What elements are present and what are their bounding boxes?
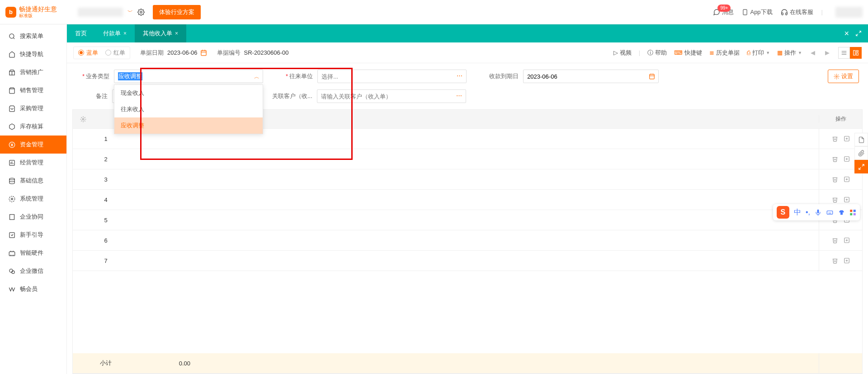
ime-lang[interactable]: 中 xyxy=(794,208,801,217)
sidebar-item-home[interactable]: 快捷导航 xyxy=(0,45,66,63)
vip-icon xyxy=(8,286,15,293)
phone-icon xyxy=(742,9,748,16)
ime-toolbox-icon[interactable] xyxy=(849,209,856,216)
svg-rect-71 xyxy=(854,213,856,215)
sidebar-item-money[interactable]: 资金管理 xyxy=(0,136,66,154)
messages-link[interactable]: 99+ 消息 xyxy=(713,8,734,16)
biz-type-dropdown: 现金收入 往来收入 应收调整 xyxy=(114,84,263,134)
rail-note-icon[interactable] xyxy=(854,133,868,146)
doc-no-label: 单据编号 xyxy=(217,49,241,57)
dropdown-option[interactable]: 应收调整 xyxy=(114,117,263,134)
online-service-link[interactable]: 在线客服 xyxy=(781,8,813,16)
sidebar-item-report[interactable]: 经营管理 xyxy=(0,154,66,172)
tab-2[interactable]: 其他收入单× xyxy=(135,24,186,42)
add-icon[interactable] xyxy=(844,196,850,203)
add-icon[interactable] xyxy=(844,136,850,142)
assoc-customer-input[interactable]: ⋯ xyxy=(317,89,466,103)
rail-attach-icon[interactable] xyxy=(854,146,868,160)
sidebar-item-label: 快捷导航 xyxy=(20,50,43,58)
view-list-button[interactable] xyxy=(838,47,850,59)
radio-blue[interactable]: 蓝单 xyxy=(78,49,98,57)
sidebar-item-box[interactable]: 库存核算 xyxy=(0,117,66,136)
sidebar-item-guide[interactable]: 新手引导 xyxy=(0,226,66,244)
expand-icon[interactable] xyxy=(855,30,862,37)
view-form-button[interactable] xyxy=(850,47,862,59)
due-date-field[interactable] xyxy=(523,70,659,83)
history-link[interactable]: ≣历史单据 xyxy=(709,49,740,57)
trial-button[interactable]: 体验行业方案 xyxy=(153,5,201,19)
svg-rect-1 xyxy=(743,9,747,15)
sidebar-item-search[interactable]: 搜索菜单 xyxy=(0,27,66,45)
close-icon[interactable]: × xyxy=(123,30,127,37)
shortcut-link[interactable]: ⌨快捷键 xyxy=(674,49,702,57)
chevron-down-icon: ▼ xyxy=(766,51,770,55)
delete-icon[interactable] xyxy=(832,196,838,203)
table-row[interactable]: 2 xyxy=(73,149,862,169)
sidebar-item-vip[interactable]: 畅会员 xyxy=(0,280,66,298)
close-icon[interactable]: × xyxy=(175,30,178,37)
ime-toolbar[interactable]: S 中 •, xyxy=(773,204,860,220)
ime-skin-icon[interactable] xyxy=(838,209,845,216)
more-icon[interactable]: ⋯ xyxy=(457,72,463,79)
sidebar-item-db[interactable]: 基础信息 xyxy=(0,172,66,190)
ime-mic-icon[interactable] xyxy=(815,209,821,216)
add-icon[interactable] xyxy=(844,156,850,162)
assoc-customer-field[interactable] xyxy=(317,89,466,103)
video-link[interactable]: ▷视频 xyxy=(613,49,632,57)
sidebar-item-gift[interactable]: 营销推广 xyxy=(0,63,66,81)
ime-keyboard-icon[interactable] xyxy=(826,209,834,216)
tab-label: 付款单 xyxy=(103,29,121,37)
delete-icon[interactable] xyxy=(832,156,838,162)
dropdown-option[interactable]: 现金收入 xyxy=(114,85,263,101)
print-link[interactable]: ⎙打印▼ xyxy=(747,49,770,57)
sidebar-item-wx[interactable]: 企业微信 xyxy=(0,262,66,280)
calendar-icon[interactable] xyxy=(200,49,207,56)
sidebar-item-label: 采购管理 xyxy=(20,104,43,112)
add-icon[interactable] xyxy=(844,257,850,264)
table-row[interactable]: 4 xyxy=(73,190,862,210)
rail-expand-icon[interactable] xyxy=(854,160,868,173)
delete-icon[interactable] xyxy=(832,237,838,243)
dropdown-option[interactable]: 往来收入 xyxy=(114,101,263,117)
svg-line-4 xyxy=(13,37,14,39)
delete-icon[interactable] xyxy=(832,176,838,182)
radio-red[interactable]: 红单 xyxy=(105,49,125,57)
gear-icon[interactable] xyxy=(137,9,145,16)
partner-field[interactable] xyxy=(317,70,467,83)
org-selector[interactable]: ﹀ 体验行业方案 xyxy=(78,5,201,19)
more-icon[interactable]: ⋯ xyxy=(456,92,462,99)
add-icon[interactable] xyxy=(844,237,850,243)
wx-icon xyxy=(8,268,15,275)
delete-icon[interactable] xyxy=(832,257,838,264)
partner-input[interactable]: ⋯ xyxy=(317,70,467,83)
settings-button[interactable]: 设置 xyxy=(828,70,859,83)
help-link[interactable]: ⓘ帮助 xyxy=(647,49,667,57)
next-doc-icon[interactable]: ▶ xyxy=(824,49,831,56)
ime-punct-icon[interactable]: •, xyxy=(806,208,810,216)
close-all-icon[interactable]: × xyxy=(844,29,849,38)
add-icon[interactable] xyxy=(844,176,850,182)
tab-0[interactable]: 首页 xyxy=(67,24,95,42)
sidebar-item-sys[interactable]: 系统管理 xyxy=(0,190,66,208)
tab-1[interactable]: 付款单× xyxy=(95,24,135,42)
biz-type-select[interactable]: 应收调整 ︿ 现金收入 往来收入 应收调整 xyxy=(114,70,263,83)
delete-icon[interactable] xyxy=(832,136,838,142)
user-avatar-blurred[interactable] xyxy=(835,7,863,18)
sidebar-item-hw[interactable]: 智能硬件 xyxy=(0,244,66,262)
table-settings-icon[interactable] xyxy=(73,116,94,122)
app-download-link[interactable]: App下载 xyxy=(742,8,772,16)
table-row[interactable]: 6 xyxy=(73,230,862,251)
sidebar-item-corp[interactable]: 企业协同 xyxy=(0,208,66,226)
table-row[interactable]: 5 xyxy=(73,210,862,230)
calendar-icon[interactable] xyxy=(649,73,655,79)
sidebar-item-cart[interactable]: 销售管理 xyxy=(0,81,66,99)
doc-date-value[interactable]: 2023-06-06 xyxy=(167,49,198,56)
svg-point-14 xyxy=(11,198,13,200)
prev-doc-icon[interactable]: ◀ xyxy=(809,49,816,56)
table-row[interactable]: 7 xyxy=(73,251,862,271)
main-area: 首页付款单×其他收入单× × 蓝单 红单 xyxy=(67,24,868,374)
table-row[interactable]: 3 xyxy=(73,169,862,190)
due-date-input[interactable] xyxy=(523,70,659,83)
operate-link[interactable]: ▦操作▼ xyxy=(777,49,802,57)
sidebar-item-bag[interactable]: 采购管理 xyxy=(0,99,66,117)
